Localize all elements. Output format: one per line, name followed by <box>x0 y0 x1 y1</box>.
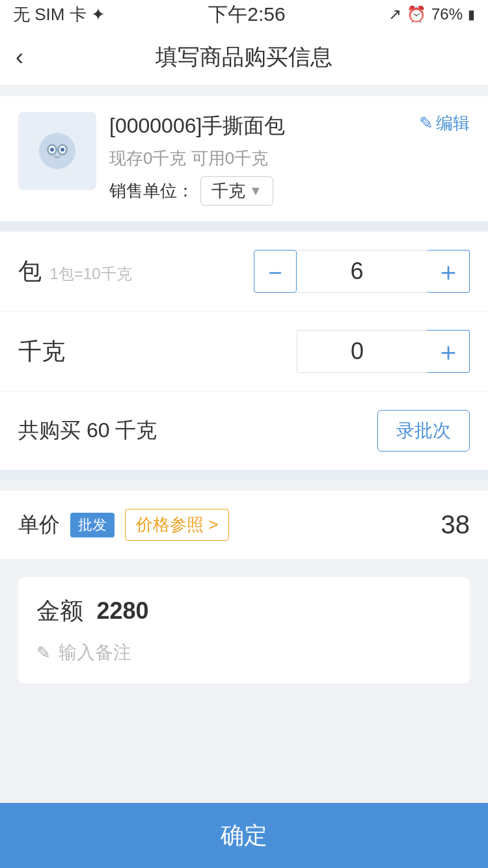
total-quantity-text: 共购买 60 千克 <box>18 416 157 445</box>
kg-plus-button[interactable]: ＋ <box>427 330 470 373</box>
product-stock: 现存0千克 可用0千克 <box>109 147 470 170</box>
kg-row: 千克 ＋ <box>0 312 488 392</box>
amount-value: 2280 <box>96 597 148 624</box>
product-info: [0000006]手撕面包 现存0千克 可用0千克 销售单位： 千克 ▼ <box>109 112 470 206</box>
kg-quantity-control: ＋ <box>297 330 470 373</box>
edit-icon: ✎ <box>419 113 433 133</box>
status-right: ↗ ⏰ 76% ▮ <box>388 5 475 23</box>
price-value: 38 <box>441 510 470 539</box>
note-row[interactable]: ✎ 输入备注 <box>36 640 452 665</box>
product-unit-row: 销售单位： 千克 ▼ <box>109 176 470 206</box>
product-card: [0000006]手撕面包 现存0千克 可用0千克 销售单位： 千克 ▼ ✎ 编… <box>0 96 488 221</box>
confirm-bar[interactable]: 确定 <box>0 803 488 868</box>
battery-level: 76% <box>431 5 463 23</box>
chevron-down-icon: ▼ <box>249 183 262 198</box>
price-label: 单价 <box>18 511 60 539</box>
svg-point-6 <box>61 148 64 152</box>
package-row: 包 1包=10千克 － ＋ <box>0 232 488 312</box>
location-icon: ↗ <box>388 5 401 23</box>
amount-section: 金额 2280 ✎ 输入备注 <box>0 559 488 701</box>
divider-2 <box>0 470 488 480</box>
kg-quantity-input[interactable] <box>297 330 427 373</box>
amount-display: 金额 2280 <box>36 595 452 627</box>
product-thumbnail <box>18 112 96 190</box>
package-minus-button[interactable]: － <box>254 250 297 293</box>
unit-selector[interactable]: 千克 ▼ <box>200 176 273 206</box>
edit-button[interactable]: ✎ 编辑 <box>419 112 470 135</box>
price-type-tag: 批发 <box>70 513 115 537</box>
amount-row: 金额 2280 ✎ 输入备注 <box>18 577 470 683</box>
kg-label-main: 千克 <box>18 338 65 364</box>
status-bar: 无 SIM 卡 ✦ 下午2:56 ↗ ⏰ 76% ▮ <box>0 0 488 29</box>
batch-button[interactable]: 录批次 <box>377 410 470 452</box>
package-label: 包 1包=10千克 <box>18 256 254 288</box>
confirm-button[interactable]: 确定 <box>221 820 267 852</box>
package-label-sub: 1包=10千克 <box>49 265 131 282</box>
edit-label: 编辑 <box>436 112 470 135</box>
page-title: 填写商品购买信息 <box>156 42 332 72</box>
svg-point-5 <box>50 148 54 152</box>
quantity-section: 包 1包=10千克 － ＋ 千克 ＋ 共购买 60 千克 录批次 <box>0 232 488 470</box>
pencil-icon: ✎ <box>36 643 51 663</box>
package-plus-button[interactable]: ＋ <box>427 250 470 293</box>
back-button[interactable]: ‹ <box>16 44 23 71</box>
status-time: 下午2:56 <box>208 1 285 28</box>
package-quantity-input[interactable] <box>297 250 427 293</box>
price-reference-button[interactable]: 价格参照 > <box>125 509 229 541</box>
svg-point-0 <box>39 133 75 169</box>
package-quantity-control: － ＋ <box>254 250 470 293</box>
unit-value: 千克 <box>211 180 245 202</box>
divider-1 <box>0 221 488 232</box>
note-placeholder: 输入备注 <box>59 640 131 665</box>
amount-label: 金额 <box>36 597 83 624</box>
kg-label: 千克 <box>18 336 297 368</box>
body-fill <box>0 701 488 803</box>
battery-icon: ▮ <box>468 7 475 22</box>
price-section: 单价 批发 价格参照 > 38 <box>0 491 488 559</box>
product-name: [0000006]手撕面包 <box>109 112 470 141</box>
status-left: 无 SIM 卡 ✦ <box>13 3 105 26</box>
alarm-icon: ⏰ <box>407 5 426 23</box>
total-row: 共购买 60 千克 录批次 <box>0 392 488 470</box>
package-label-main: 包 <box>18 258 42 284</box>
product-image-icon <box>38 131 77 170</box>
nav-bar: ‹ 填写商品购买信息 <box>0 29 488 86</box>
unit-label: 销售单位： <box>109 180 194 202</box>
